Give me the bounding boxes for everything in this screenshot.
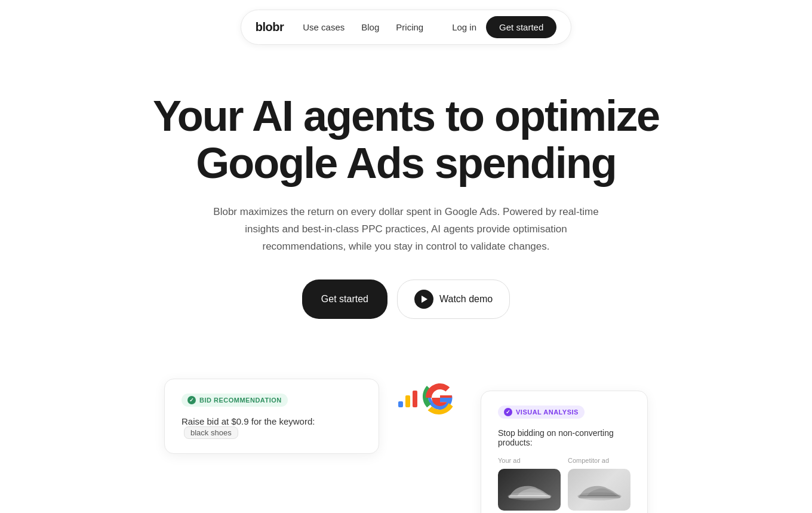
check-icon-visual: ✓ — [504, 408, 512, 416]
nav-blog[interactable]: Blog — [361, 22, 379, 32]
play-triangle — [422, 296, 427, 303]
login-button[interactable]: Log in — [452, 22, 476, 32]
hero-subtitle: Blobr maximizes the return on every doll… — [203, 204, 609, 256]
your-ad-image — [498, 469, 561, 511]
visual-text: Stop bidding on non-converting products: — [498, 428, 630, 447]
check-icon: ✓ — [187, 396, 196, 404]
keyword-tag: black shoes — [184, 426, 238, 439]
svg-rect-6 — [578, 495, 620, 498]
shoes-compare: Your ad Competitor ad — [498, 457, 630, 511]
left-cards: ✓ BID RECOMMENDATION Raise bid at $0.9 f… — [164, 379, 373, 513]
hero-get-started-button[interactable]: Get started — [302, 279, 387, 319]
cards-section: ✓ BID RECOMMENDATION Raise bid at $0.9 f… — [0, 379, 812, 513]
google-ads-icon — [395, 385, 421, 411]
nav-right: Log in Get started — [452, 16, 556, 38]
hero-title: Your AI agents to optimize Google Ads sp… — [152, 93, 660, 187]
logo[interactable]: blobr — [256, 20, 284, 34]
competitor-ad-col: Competitor ad — [568, 457, 630, 511]
svg-rect-1 — [405, 395, 410, 407]
hero-section: Your AI agents to optimize Google Ads sp… — [137, 45, 675, 379]
svg-rect-0 — [398, 401, 403, 407]
dark-sneaker-svg — [505, 477, 555, 502]
bid-text: Raise bid at $0.9 for the keyword: black… — [182, 416, 362, 439]
svg-rect-2 — [413, 391, 417, 407]
nav-wrapper: blobr Use cases Blog Pricing Log in Get … — [0, 0, 812, 45]
navbar: blobr Use cases Blog Pricing Log in Get … — [241, 10, 572, 45]
competitor-ad-label: Competitor ad — [568, 457, 630, 464]
bid-badge: ✓ BID RECOMMENDATION — [182, 394, 288, 407]
nav-use-cases[interactable]: Use cases — [303, 22, 345, 32]
visual-badge: ✓ VISUAL ANALYSIS — [498, 406, 585, 419]
nav-pricing[interactable]: Pricing — [396, 22, 423, 32]
hero-watch-demo-button[interactable]: Watch demo — [397, 279, 510, 319]
google-g-icon — [421, 379, 459, 417]
visual-analysis-card: ✓ VISUAL ANALYSIS Stop bidding on non-co… — [481, 391, 648, 513]
nav-links: Use cases Blog Pricing — [303, 22, 423, 33]
nav-get-started-button[interactable]: Get started — [486, 16, 556, 38]
your-ad-label: Your ad — [498, 457, 561, 464]
your-ad-col: Your ad — [498, 457, 561, 511]
hero-actions: Get started Watch demo — [152, 279, 660, 319]
competitor-ad-image — [568, 469, 630, 511]
play-icon — [414, 290, 433, 309]
google-logos — [395, 379, 459, 417]
google-logos-center — [361, 379, 493, 423]
svg-rect-4 — [508, 495, 550, 498]
light-sneaker-svg — [574, 477, 625, 502]
bid-recommendation-card: ✓ BID RECOMMENDATION Raise bid at $0.9 f… — [164, 379, 379, 454]
